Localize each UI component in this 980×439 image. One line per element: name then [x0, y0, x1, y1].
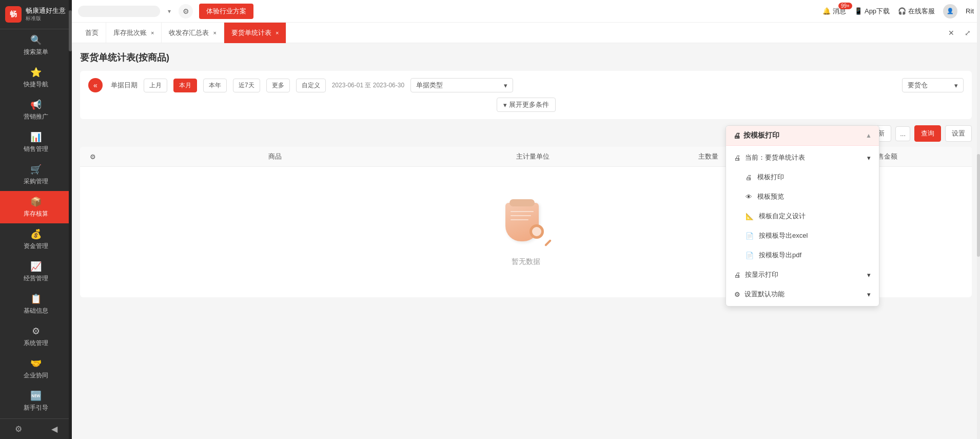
template-preview-item[interactable]: 👁 模板预览	[726, 187, 879, 206]
set-default-item[interactable]: ⚙ 设置默认功能 ▾	[726, 284, 879, 304]
sidebar-scroll: 🔍 搜索菜单 ⭐ 快捷导航 📢 营销推广 📊 销售管理 🛒 采购管理 📦 库存核…	[0, 29, 72, 418]
tab-receipt-summary-close[interactable]: ×	[213, 30, 216, 36]
date-btn-more[interactable]: 更多	[266, 79, 290, 92]
tab-inventory-batch-close[interactable]: ×	[151, 30, 154, 36]
date-range-display: 2023-06-01 至 2023-06-30	[332, 81, 404, 90]
online-service-btn[interactable]: 🎧 在线客服	[898, 7, 935, 16]
sidebar-item-operations[interactable]: 📈 经营管理	[0, 256, 72, 288]
sidebar-item-quick-nav[interactable]: ⭐ 快捷导航	[0, 62, 72, 94]
tab-order-summary[interactable]: 要货单统计表 ×	[224, 23, 286, 43]
search-input[interactable]	[78, 6, 160, 17]
template-dropdown-header: 🖨 按模板打印 ▲	[726, 126, 879, 146]
set-default-label: 设置默认功能	[744, 290, 785, 299]
date-btn-custom[interactable]: 自定义	[296, 79, 326, 92]
printer-icon: 🖨	[733, 131, 740, 140]
template-export-excel-label: 按模板导出excel	[759, 231, 808, 240]
purchase-icon: 🛒	[30, 164, 42, 175]
app-name-block: 畅康通好生意 标准版	[26, 7, 66, 23]
date-btn-7days[interactable]: 近7天	[233, 79, 260, 92]
topbar-settings-btn[interactable]: ⚙	[179, 4, 193, 18]
sidebar-item-basic-info[interactable]: 📋 基础信息	[0, 288, 72, 320]
template-export-pdf-item[interactable]: 📄 按模板导出pdf	[726, 245, 879, 265]
enterprise-icon: 🤝	[30, 358, 42, 369]
expand-filter-btn[interactable]: «	[88, 78, 103, 92]
page-scrollbar[interactable]	[977, 0, 980, 439]
sidebar-item-marketing[interactable]: 📢 营销推广	[0, 94, 72, 126]
display-print-item[interactable]: 🖨 按显示打印 ▾	[726, 265, 879, 284]
bell-icon: 🔔	[822, 7, 831, 15]
headset-icon: 🎧	[898, 7, 906, 15]
template-print-dropdown: 🖨 按模板打印 ▲ 🖨 当前：要货单统计表 ▾	[726, 125, 879, 307]
settings-bottom-icon[interactable]: ⚙	[15, 424, 22, 434]
col-unit: 主计量单位	[445, 152, 620, 161]
template-current-item[interactable]: 🖨 当前：要货单统计表 ▾	[726, 148, 879, 167]
expand-more-label: 展开更多条件	[509, 100, 549, 109]
sidebar-item-label: 新手引导	[24, 404, 48, 412]
template-print-label: 模板打印	[757, 173, 784, 182]
order-type-label: 单据类型	[416, 81, 443, 90]
order-type-select[interactable]: 单据类型 ▾	[410, 78, 513, 92]
template-custom-item[interactable]: 📐 模板自定义设计	[726, 206, 879, 226]
more-actions-btn[interactable]: ...	[895, 126, 910, 141]
sidebar-item-inventory[interactable]: 📦 库存核算	[0, 191, 72, 223]
sidebar-item-purchase[interactable]: 🛒 采购管理	[0, 159, 72, 191]
template-export-pdf-label: 按模板导出pdf	[759, 251, 801, 260]
sidebar-item-enterprise[interactable]: 🤝 企业协同	[0, 353, 72, 385]
app-badge: 标准版	[26, 15, 66, 22]
sidebar-item-label: 系统管理	[24, 339, 48, 348]
template-current-label: 当前：要货单统计表	[745, 153, 805, 162]
sidebar-item-label: 快捷导航	[24, 80, 48, 89]
template-dropdown-title: 🖨 按模板打印	[733, 131, 779, 140]
empty-text: 暂无数据	[512, 257, 540, 266]
expand-more-icon: ▾	[503, 101, 507, 109]
goods-warehouse-label: 要货仓	[908, 81, 928, 90]
date-btn-this-year[interactable]: 本年	[203, 79, 227, 92]
sidebar-item-search-menu[interactable]: 🔍 搜索菜单	[0, 29, 72, 62]
notifications-btn[interactable]: 🔔 消息 99+	[822, 7, 846, 16]
expand-more-btn[interactable]: ▾ 展开更多条件	[497, 98, 556, 112]
settings-btn[interactable]: 设置	[945, 125, 972, 142]
order-type-chevron-icon: ▾	[504, 82, 507, 89]
logo-icon: 畅	[5, 6, 22, 23]
sidebar-item-system[interactable]: ⚙ 系统管理	[0, 320, 72, 353]
notifications-badge: 99+	[838, 3, 852, 9]
goods-warehouse-select[interactable]: 要货仓 ▾	[902, 78, 964, 92]
sidebar-item-finance[interactable]: 💰 资金管理	[0, 223, 72, 256]
app-download-btn[interactable]: 📱 App下载	[854, 7, 890, 16]
date-btn-last-month[interactable]: 上月	[144, 79, 167, 92]
expand-window-btn[interactable]: ⤢	[962, 27, 974, 39]
tab-order-summary-label: 要货单统计表	[231, 28, 271, 37]
sidebar-item-label: 营销推广	[24, 112, 48, 121]
set-default-chevron-icon: ▾	[867, 291, 871, 298]
sidebar-item-label: 销售管理	[24, 145, 48, 154]
tab-home[interactable]: 首页	[78, 23, 106, 43]
sidebar-item-label: 基础信息	[24, 307, 48, 315]
column-settings-icon[interactable]: ⚙	[90, 153, 96, 161]
template-dropdown-collapse-icon[interactable]: ▲	[866, 132, 872, 139]
tab-order-summary-close[interactable]: ×	[276, 30, 279, 36]
guide-icon: 🆕	[30, 390, 42, 402]
template-print-item[interactable]: 🖨 模板打印	[726, 167, 879, 187]
query-btn[interactable]: 查询	[914, 125, 941, 142]
filter-card: « 单据日期 上月 本月 本年 近7天 更多 自定义 2023-06-01 至 …	[80, 71, 972, 119]
sidebar-item-label: 企业协同	[24, 371, 48, 380]
search-dropdown-icon[interactable]: ▾	[164, 6, 174, 16]
tab-inventory-batch[interactable]: 库存批次账 ×	[106, 23, 162, 43]
date-btn-this-month[interactable]: 本月	[173, 79, 197, 92]
close-window-btn[interactable]: ✕	[945, 27, 957, 39]
more-actions-label: ...	[900, 130, 906, 138]
tabbar-right: ✕ ⤢	[945, 27, 980, 39]
template-dropdown-body: 🖨 当前：要货单统计表 ▾ 🖨 模板打印 👁 模板预览 📐	[726, 146, 879, 306]
sidebar-item-sales[interactable]: 📊 销售管理	[0, 126, 72, 159]
industry-btn[interactable]: 体验行业方案	[199, 4, 253, 19]
tab-receipt-summary[interactable]: 收发存汇总表 ×	[162, 23, 224, 43]
col-settings[interactable]: ⚙	[80, 153, 106, 161]
filter-row: « 单据日期 上月 本月 本年 近7天 更多 自定义 2023-06-01 至 …	[88, 78, 964, 92]
template-export-excel-icon: 📄	[746, 232, 754, 240]
collapse-sidebar-icon[interactable]: ◀	[51, 424, 57, 434]
goods-warehouse-chevron-icon: ▾	[954, 82, 958, 89]
basic-info-icon: 📋	[30, 293, 42, 304]
sidebar-item-label: 搜索菜单	[24, 48, 48, 56]
sidebar-item-guide[interactable]: 🆕 新手引导	[0, 385, 72, 417]
template-export-excel-item[interactable]: 📄 按模板导出excel	[726, 226, 879, 245]
